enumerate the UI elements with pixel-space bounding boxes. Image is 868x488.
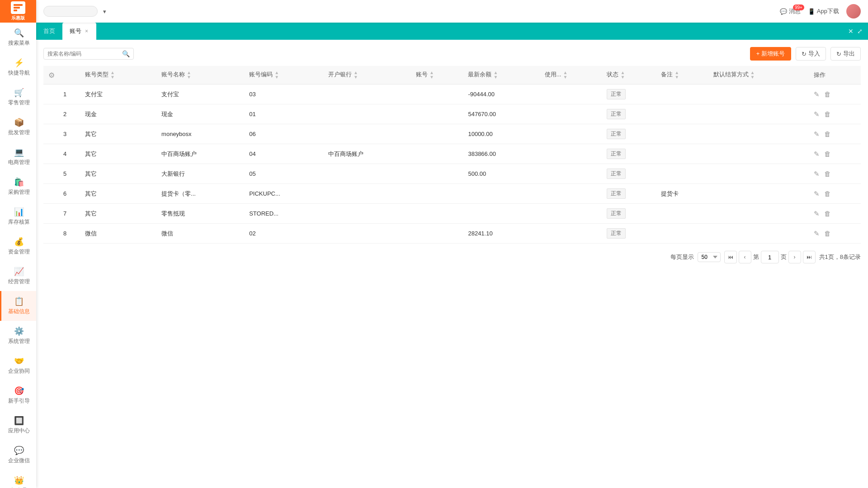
import-button[interactable]: ↻ 导入 — [796, 47, 826, 61]
sidebar-label-purchase: 采购管理 — [8, 188, 30, 196]
toolbar-right: + 新增账号 ↻ 导入 ↻ 导出 — [750, 47, 861, 61]
row-code: 01 — [245, 104, 325, 124]
sidebar-item-wechat[interactable]: 💬企业微信 — [0, 440, 36, 470]
first-page-button[interactable]: ⏮ — [724, 251, 737, 263]
row-usage — [541, 144, 604, 164]
row-account — [412, 224, 464, 244]
expand-tab-icon[interactable]: ⤢ — [857, 28, 863, 35]
status-badge: 正常 — [607, 109, 626, 119]
sidebar-label-operations: 经营管理 — [8, 278, 30, 286]
top-header: ▾ 💬 消息 99+ 📱 App下载 — [36, 0, 868, 23]
sidebar-item-ecommerce[interactable]: 💻电商管理 — [0, 142, 36, 172]
sidebar-item-quick[interactable]: ⚡快捷导航 — [0, 52, 36, 82]
row-balance: -90444.00 — [464, 84, 541, 104]
edit-button[interactable]: ✎ — [814, 170, 820, 178]
delete-button[interactable]: 🗑 — [824, 230, 831, 237]
row-settings — [43, 184, 60, 204]
row-remark — [657, 144, 709, 164]
row-settings — [43, 124, 60, 144]
account-col-header[interactable]: 账号▲▼ — [412, 66, 464, 84]
edit-button[interactable]: ✎ — [814, 90, 820, 99]
action-col-header: 操作 — [810, 66, 861, 84]
sidebar-item-retail[interactable]: 🛒零售管理 — [0, 82, 36, 112]
wholesale-icon: 📦 — [14, 117, 24, 127]
row-index: 6 — [60, 184, 81, 204]
sidebar-item-inventory[interactable]: 📊库存核算 — [0, 202, 36, 231]
delete-button[interactable]: 🗑 — [824, 170, 831, 178]
prev-page-button[interactable]: ‹ — [739, 251, 751, 263]
sidebar-item-member[interactable]: 👑畅会员 — [0, 470, 36, 488]
inventory-icon: 📊 — [14, 207, 24, 217]
table-row: 3 其它 moneybosx 06 10000.00 正常 ✎ 🗑 — [43, 124, 861, 144]
export-button[interactable]: ↻ 导出 — [830, 47, 861, 61]
balance-col-header[interactable]: 最新余额▲▼ — [464, 66, 541, 84]
row-status: 正常 — [603, 144, 657, 164]
sidebar-item-search[interactable]: 🔍搜索菜单 — [0, 23, 36, 52]
sidebar-item-company[interactable]: 🤝企业协同 — [0, 351, 36, 380]
app-download-button[interactable]: 📱 App下载 — [808, 7, 839, 15]
tab-close-account[interactable]: × — [84, 28, 89, 34]
edit-button[interactable]: ✎ — [814, 130, 820, 138]
tab-home[interactable]: 首页 — [36, 23, 62, 40]
row-account — [412, 184, 464, 204]
tabs-actions: ✕ ⤢ — [848, 28, 868, 35]
header-dropdown[interactable]: ▾ — [103, 8, 106, 15]
sidebar-item-system[interactable]: ⚙️系统管理 — [0, 321, 36, 351]
name-col-header[interactable]: 账号名称▲▼ — [158, 66, 245, 84]
row-index: 8 — [60, 224, 81, 244]
page-number-input[interactable] — [761, 251, 779, 263]
delete-button[interactable]: 🗑 — [824, 130, 831, 138]
add-account-button[interactable]: + 新增账号 — [750, 47, 791, 61]
row-index: 4 — [60, 144, 81, 164]
delete-button[interactable]: 🗑 — [824, 110, 831, 118]
wechat-icon: 💬 — [14, 446, 24, 455]
row-bank — [325, 164, 412, 184]
sidebar-item-apps[interactable]: 🔲应用中心 — [0, 410, 36, 440]
edit-button[interactable]: ✎ — [814, 190, 820, 198]
delete-button[interactable]: 🗑 — [824, 210, 831, 217]
row-code: 04 — [245, 144, 325, 164]
remark-col-header[interactable]: 备注▲▼ — [657, 66, 709, 84]
column-settings-icon[interactable]: ⚙ — [48, 71, 55, 79]
delete-button[interactable]: 🗑 — [824, 90, 831, 98]
close-tab-icon[interactable]: ✕ — [848, 28, 854, 35]
table-search-box[interactable]: 🔍 — [43, 48, 134, 60]
sidebar-item-basic[interactable]: 📋基础信息 — [0, 291, 36, 321]
message-button[interactable]: 💬 消息 99+ — [780, 7, 801, 15]
export-label: 导出 — [843, 50, 855, 58]
header-search-input[interactable] — [43, 6, 98, 17]
next-page-button[interactable]: › — [788, 251, 801, 263]
row-type: 微信 — [81, 224, 158, 244]
sidebar-item-operations[interactable]: 📈经营管理 — [0, 261, 36, 291]
status-col-header[interactable]: 状态▲▼ — [603, 66, 657, 84]
settings-col-header: ⚙ — [43, 66, 60, 84]
sidebar-label-apps: 应用中心 — [8, 427, 30, 435]
delete-button[interactable]: 🗑 — [824, 150, 831, 158]
per-page-select[interactable]: 50 100 200 — [698, 252, 721, 262]
sidebar-menu: 🔍搜索菜单⚡快捷导航🛒零售管理📦批发管理💻电商管理🛍️采购管理📊库存核算💰资金管… — [0, 23, 36, 488]
sidebar-item-finance[interactable]: 💰资金管理 — [0, 231, 36, 261]
type-col-header[interactable]: 账号类型▲▼ — [81, 66, 158, 84]
delete-button[interactable]: 🗑 — [824, 190, 831, 197]
table-search-input[interactable] — [47, 51, 122, 57]
sidebar-item-guide[interactable]: 🎯新手引导 — [0, 380, 36, 410]
sidebar-item-purchase[interactable]: 🛍️采购管理 — [0, 172, 36, 202]
tab-account[interactable]: 账号× — [62, 23, 96, 40]
sidebar-item-wholesale[interactable]: 📦批发管理 — [0, 112, 36, 142]
edit-button[interactable]: ✎ — [814, 150, 820, 158]
settlement-col-header[interactable]: 默认结算方式▲▼ — [710, 66, 811, 84]
sidebar-label-system: 系统管理 — [8, 338, 30, 345]
usage-col-header[interactable]: 使用...▲▼ — [541, 66, 604, 84]
bank-col-header[interactable]: 开户银行▲▼ — [325, 66, 412, 84]
last-page-button[interactable]: ⏭ — [803, 251, 816, 263]
code-col-header[interactable]: 账号编码▲▼ — [245, 66, 325, 84]
edit-button[interactable]: ✎ — [814, 110, 820, 118]
user-avatar[interactable] — [846, 4, 861, 19]
row-name: moneybosx — [158, 124, 245, 144]
row-name: 现金 — [158, 104, 245, 124]
edit-button[interactable]: ✎ — [814, 210, 820, 218]
edit-button[interactable]: ✎ — [814, 230, 820, 238]
row-settlement — [710, 164, 811, 184]
row-bank — [325, 184, 412, 204]
message-icon: 💬 — [780, 8, 787, 15]
